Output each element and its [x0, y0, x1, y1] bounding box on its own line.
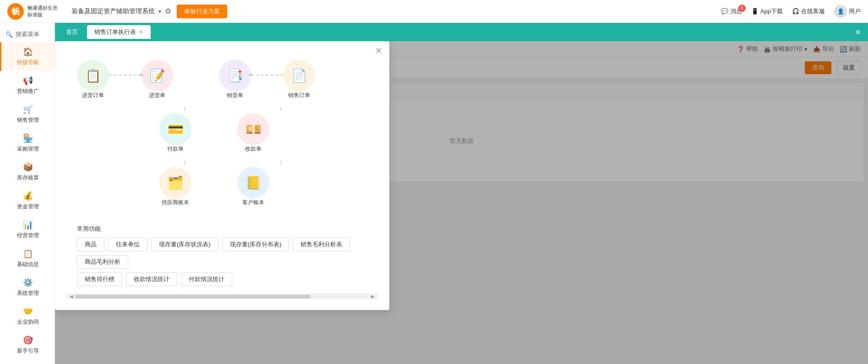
func-btn-row-2: 销售排行榜 收款情况统计 付款情况统计: [77, 272, 367, 286]
settings-icon[interactable]: ⚙: [165, 7, 171, 16]
message-icon: 💬: [721, 8, 728, 15]
customer-ledger-circle[interactable]: 📒: [237, 167, 269, 199]
sales-icon: 🛒: [23, 104, 33, 114]
flow-col-sales-receipt: 📑 销货单: [219, 60, 251, 99]
down-arrow-receipt: ↓: [256, 158, 306, 166]
payment-circle[interactable]: 💳: [159, 113, 191, 145]
down-arrow-sales: ↓: [256, 104, 306, 112]
sales-order-icon: 📄: [291, 68, 307, 83]
main-layout: 🔍 搜索菜单 🏠 快捷导航 📢 营销推广 🛒 销售管理 🏪 采购管理 📦 库存核…: [0, 23, 868, 364]
flow-col-customer: 📒 客户账本: [237, 167, 269, 206]
header-right: 💬 消息 6 📱 App下载 🎧 在线客服 👤 用户: [721, 5, 861, 18]
sidebar: 🔍 搜索菜单 🏠 快捷导航 📢 营销推广 🛒 销售管理 🏪 采购管理 📦 库存核…: [0, 23, 55, 364]
search-menu[interactable]: 🔍 搜索菜单: [0, 27, 55, 42]
sales-order-circle[interactable]: 📄: [283, 60, 315, 92]
tab-close-icon[interactable]: ✕: [139, 29, 143, 35]
basic-info-icon: 📋: [23, 249, 33, 259]
sidebar-item-enterprise[interactable]: 🤝 企业协同: [0, 302, 55, 331]
purchase-receipt-circle[interactable]: 📝: [141, 60, 173, 92]
scroll-right-button[interactable]: ▶: [369, 294, 377, 299]
logo-text: 畅康通好生意 标准版: [27, 5, 58, 18]
sales-receipt-circle[interactable]: 📑: [219, 60, 251, 92]
func-btn-inventory-dist[interactable]: 现存量(库存分布表): [222, 238, 289, 251]
receipt-label: 收款单: [245, 145, 262, 153]
purchase-receipt-icon: 📝: [149, 68, 165, 83]
flow-row-3: 🗂️ 供应商账本 📒 客户账本: [77, 167, 367, 206]
supplier-ledger-label: 供应商账本: [162, 199, 189, 206]
sidebar-item-inventory[interactable]: 📦 库存核算: [0, 158, 55, 186]
func-btn-sales-gross[interactable]: 销售毛利分析表: [293, 238, 350, 251]
sidebar-item-operation[interactable]: 📊 经营管理: [0, 215, 55, 244]
trial-button[interactable]: 体验行业方案: [177, 5, 227, 18]
sidebar-item-purchase[interactable]: 🏪 采购管理: [0, 129, 55, 158]
func-btn-inventory-status[interactable]: 现存量(库存状况表): [151, 238, 218, 251]
purchase-order-icon: 📋: [85, 68, 101, 83]
content-area: 首页 销售订单执行表 ✕ ✕ ❓ 帮助 🖨️ 按模板打印 ▾: [55, 23, 868, 364]
flow-col-purchase-order: 📋 进货订单: [77, 60, 109, 99]
func-btn-row-1: 商品 往来单位 现存量(库存状况表) 现存量(库存分布表) 销售毛利分析表 商品…: [77, 238, 367, 269]
payment-label: 付款单: [167, 145, 184, 153]
func-btn-payment-stats[interactable]: 付款情况统计: [181, 272, 232, 286]
common-functions: 常用功能 商品 往来单位 现存量(库存状况表) 现存量(库存分布表) 销售毛利分…: [66, 217, 378, 293]
down-arrow-payment: ↓: [159, 158, 210, 166]
message-badge: 6: [738, 5, 746, 12]
scrollbar-track[interactable]: [75, 295, 369, 299]
receipt-icon: 💴: [246, 122, 262, 137]
logo-icon: 畅: [7, 3, 24, 20]
receipt-circle[interactable]: 💴: [237, 113, 269, 145]
flow-row-2: 💳 付款单 💴 收款单: [77, 113, 367, 153]
customer-ledger-label: 客户账本: [242, 199, 264, 206]
down-arrows-row-2: ↓ ↓: [77, 157, 367, 167]
tab-home[interactable]: 首页: [59, 25, 85, 39]
purchase-receipt-label: 进货单: [149, 92, 165, 99]
purchase-icon: 🏪: [23, 133, 33, 143]
func-btn-sales-rank[interactable]: 销售排行榜: [77, 272, 122, 286]
customer-service-action[interactable]: 🎧 在线客服: [792, 7, 825, 16]
purchase-order-label: 进货订单: [82, 92, 104, 99]
flow-col-payment: 💳 付款单: [159, 113, 191, 153]
sales-order-label: 销售订单: [288, 92, 310, 99]
search-icon: 🔍: [5, 31, 13, 38]
purchase-order-circle[interactable]: 📋: [77, 60, 109, 92]
scrollbar-thumb: [75, 295, 311, 299]
user-action[interactable]: 👤 用户: [834, 5, 861, 18]
app-download-action[interactable]: 📱 App下载: [751, 7, 783, 16]
down-arrows-row: ↓ ↓: [77, 103, 367, 113]
sidebar-item-quick-nav[interactable]: 🏠 快捷导航: [0, 42, 55, 71]
finance-icon: 💰: [23, 191, 33, 201]
sidebar-item-sales[interactable]: 🛒 销售管理: [0, 100, 55, 129]
marketing-icon: 📢: [23, 76, 33, 86]
message-action[interactable]: 💬 消息 6: [721, 7, 742, 16]
modal-scrollbar: ◀ ▶: [66, 293, 378, 299]
scroll-left-button[interactable]: ◀: [68, 294, 75, 299]
func-btn-receipt-stats[interactable]: 收款情况统计: [126, 272, 177, 286]
supplier-ledger-circle[interactable]: 🗂️: [159, 167, 191, 199]
func-btn-partner[interactable]: 往来单位: [108, 238, 147, 251]
sales-receipt-icon: 📑: [227, 68, 243, 83]
flow-diagram: 📋 进货订单 ▶: [66, 52, 378, 217]
flow-col-purchase-receipt: 📝 进货单: [141, 60, 173, 99]
avatar: 👤: [834, 5, 847, 18]
arrow-2: ◀: [251, 75, 283, 76]
flow-col-supplier: 🗂️ 供应商账本: [159, 167, 191, 206]
tab-close-all-icon[interactable]: ✕: [851, 28, 864, 37]
system-dropdown-icon[interactable]: ▾: [158, 8, 161, 15]
supplier-ledger-icon: 🗂️: [168, 175, 184, 190]
sales-receipt-label: 销货单: [227, 92, 243, 99]
modal-close-button[interactable]: ✕: [375, 47, 382, 55]
home-icon: 🏠: [23, 47, 33, 57]
down-arrow-purchase: ↓: [159, 104, 210, 112]
tab-bar: 首页 销售订单执行表 ✕ ✕: [55, 23, 868, 41]
sidebar-item-system[interactable]: ⚙️ 系统管理: [0, 273, 55, 302]
sidebar-item-newbie[interactable]: 🎯 新手引导: [0, 331, 55, 359]
func-btn-product[interactable]: 商品: [77, 238, 104, 251]
common-functions-title: 常用功能: [77, 225, 367, 233]
sidebar-item-finance[interactable]: 💰 资金管理: [0, 186, 55, 215]
flow-row-1: 📋 进货订单 ▶: [77, 60, 367, 99]
tab-sales-order-exec[interactable]: 销售订单执行表 ✕: [87, 25, 151, 39]
sidebar-item-basic-info[interactable]: 📋 基础信息: [0, 244, 55, 273]
app-icon: 📱: [751, 8, 759, 15]
sidebar-item-marketing[interactable]: 📢 营销推广: [0, 71, 55, 100]
top-header: 畅 畅康通好生意 标准版 装备及固定资产辅助管理系统 ▾ ⚙ 体验行业方案 💬 …: [0, 0, 868, 23]
func-btn-product-gross[interactable]: 商品毛利分析: [77, 255, 128, 269]
